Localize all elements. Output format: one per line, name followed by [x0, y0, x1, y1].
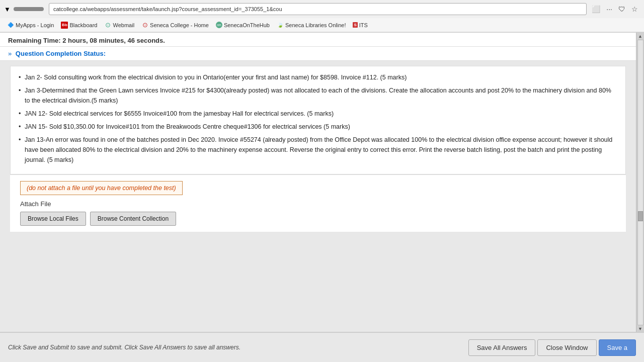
- seneca-home-icon: ⊙: [141, 22, 148, 29]
- blackboard-icon: Bb: [61, 22, 68, 29]
- bookmark-senecalibraries-label: Seneca Libraries Online!: [285, 22, 346, 28]
- timer-text: Remaining Time: 2 hours, 08 minutes, 46 …: [8, 37, 165, 44]
- footer-buttons: Save All Answers Close Window Save a: [468, 339, 636, 356]
- star-icon[interactable]: ☆: [629, 4, 640, 14]
- list-item: Jan 13-An error was found in one of the …: [19, 135, 617, 165]
- status-arrow: »: [8, 50, 12, 57]
- browser-buttons: ⬜ ··· 🛡 ☆: [590, 4, 640, 14]
- more-icon[interactable]: ···: [604, 4, 614, 14]
- bookmark-blackboard-label: Blackboard: [69, 22, 97, 28]
- footer-instruction: Click Save and Submit to save and submit…: [8, 344, 468, 351]
- question-content-area: Jan 2- Sold consulting work from the ele…: [0, 61, 636, 237]
- attach-label: Attach File: [20, 200, 616, 208]
- its-icon: S: [353, 22, 357, 28]
- browse-local-files-button[interactable]: Browse Local Files: [20, 212, 86, 226]
- question-item-jan15: JAN 15- Sold $10,350.00 for Invoice#101 …: [25, 123, 350, 130]
- bookmark-myapps-label: MyApps - Login: [16, 22, 54, 28]
- browser-toolbar: ▼ catcollege.ca/webapps/assessment/take/…: [0, 0, 644, 18]
- progress-bar: [14, 7, 44, 11]
- save-button[interactable]: Save a: [599, 339, 636, 356]
- timer-value: 2 hours, 08 minutes, 46 seconds.: [62, 37, 165, 44]
- bookmarks-bar: 🔷 MyApps - Login Bb Blackboard ⊙ Webmail…: [0, 18, 644, 32]
- question-text-block: Jan 2- Sold consulting work from the ele…: [10, 66, 626, 174]
- bookmark-webmail-label: Webmail: [113, 22, 134, 28]
- scrollbar-up-arrow[interactable]: ▲: [638, 34, 642, 39]
- list-item: Jan 2- Sold consulting work from the ele…: [19, 72, 617, 82]
- bookmark-senecaonthehub-label: SenecaOnTheHub: [224, 22, 270, 28]
- save-all-answers-button[interactable]: Save All Answers: [468, 339, 536, 356]
- question-item-jan13: Jan 13-An error was found in one of the …: [25, 136, 612, 163]
- attach-buttons: Browse Local Files Browse Content Collec…: [20, 212, 616, 226]
- page-content: Remaining Time: 2 hours, 08 minutes, 46 …: [0, 33, 644, 332]
- bottom-footer: Click Save and Submit to save and submit…: [0, 332, 644, 362]
- myapps-icon: 🔷: [7, 22, 14, 29]
- question-item-jan3: Jan 3-Determined that the Green Lawn ser…: [25, 87, 611, 104]
- close-window-button[interactable]: Close Window: [537, 339, 596, 356]
- reader-icon[interactable]: ⬜: [590, 4, 602, 14]
- bookmark-senecalibraries[interactable]: 🍃 Seneca Libraries Online!: [274, 21, 349, 30]
- attach-warning: (do not attach a file until you have com…: [20, 181, 183, 195]
- bookmark-webmail[interactable]: ⊙ Webmail: [101, 21, 137, 30]
- senecalibraries-icon: 🍃: [277, 22, 284, 29]
- senecaonthehub-icon: on: [216, 22, 222, 28]
- bookmark-seneca-home-label: Seneca College - Home: [150, 22, 209, 28]
- bookmark-seneca-home[interactable]: ⊙ Seneca College - Home: [138, 21, 212, 30]
- question-list: Jan 2- Sold consulting work from the ele…: [19, 72, 617, 165]
- question-item-jan2: Jan 2- Sold consulting work from the ele…: [25, 74, 407, 81]
- content-wrapper: Remaining Time: 2 hours, 08 minutes, 46 …: [0, 33, 644, 332]
- scrollbar-down-arrow[interactable]: ▼: [638, 326, 642, 331]
- scrollbar-thumb[interactable]: [638, 211, 643, 221]
- scrollbar-track: [637, 40, 643, 325]
- bookmark-its-label: ITS: [359, 22, 368, 28]
- list-item: JAN 12- Sold electrical services for $65…: [19, 109, 617, 119]
- dropdown-arrow[interactable]: ▼: [4, 6, 11, 13]
- bookmark-myapps[interactable]: 🔷 MyApps - Login: [4, 21, 57, 30]
- list-item: JAN 15- Sold $10,350.00 for Invoice#101 …: [19, 122, 617, 132]
- question-status-label: Question Completion Status:: [16, 50, 106, 57]
- content-inner: Remaining Time: 2 hours, 08 minutes, 46 …: [0, 33, 636, 332]
- bookmark-its[interactable]: S ITS: [350, 21, 370, 29]
- list-item: Jan 3-Determined that the Green Lawn ser…: [19, 85, 617, 106]
- question-status-bar[interactable]: » Question Completion Status:: [0, 47, 636, 61]
- bookmark-senecaonthehub[interactable]: on SenecaOnTheHub: [213, 21, 273, 29]
- bookmark-blackboard[interactable]: Bb Blackboard: [58, 21, 100, 30]
- shield-icon[interactable]: 🛡: [616, 4, 627, 14]
- browse-content-collection-button[interactable]: Browse Content Collection: [90, 212, 176, 226]
- browser-chrome: ▼ catcollege.ca/webapps/assessment/take/…: [0, 0, 644, 33]
- url-bar[interactable]: catcollege.ca/webapps/assessment/take/la…: [49, 3, 587, 15]
- timer-bar: Remaining Time: 2 hours, 08 minutes, 46 …: [0, 33, 636, 47]
- question-item-jan12: JAN 12- Sold electrical services for $65…: [25, 110, 334, 117]
- url-text: catcollege.ca/webapps/assessment/take/la…: [53, 6, 282, 12]
- webmail-icon: ⊙: [104, 22, 111, 29]
- right-scrollbar[interactable]: ▲ ▼: [636, 33, 644, 332]
- timer-label: Remaining Time:: [8, 37, 61, 44]
- attach-section: (do not attach a file until you have com…: [10, 174, 626, 232]
